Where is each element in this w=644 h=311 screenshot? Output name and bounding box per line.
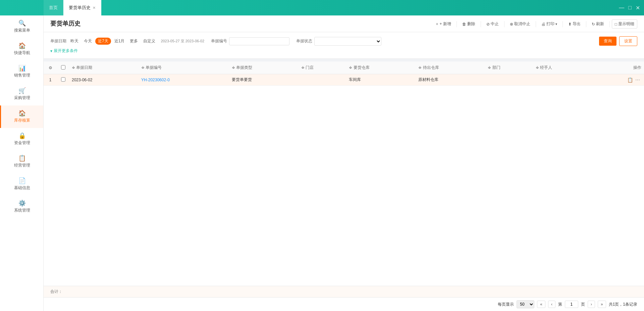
new-button[interactable]: ＋ + 新增 xyxy=(432,19,454,29)
sidebar-item-search-menu[interactable]: 🔍 搜索菜单 xyxy=(0,15,43,38)
basic-info-icon: 📄 xyxy=(18,178,26,184)
print-icon: 🖨 xyxy=(541,22,545,27)
filter-area: 单据日期 昨天 今天 近7天 近1月 更多 自定义 2023-05-27 至 2… xyxy=(44,32,644,59)
more-action-icon[interactable]: ⋯ xyxy=(635,77,640,83)
per-page-label: 每页显示 xyxy=(498,302,514,307)
select-all-checkbox[interactable] xyxy=(61,65,65,70)
row-checkbox[interactable] xyxy=(61,77,65,82)
close-tab-icon[interactable]: ✕ xyxy=(93,6,96,10)
cancel-stop-label: 取消中止 xyxy=(514,21,530,27)
doc-no-label: 单据编号 xyxy=(211,38,227,44)
divider7 xyxy=(609,21,610,27)
column-settings-icon[interactable]: ⚙ xyxy=(49,65,52,70)
row-dept xyxy=(485,74,533,86)
maximize-icon[interactable]: □ xyxy=(628,5,632,11)
next-page-button[interactable]: › xyxy=(588,301,595,308)
print-button[interactable]: 🖨 打印 ▾ xyxy=(538,19,560,29)
table-footer: 合计： xyxy=(44,286,644,297)
th-check xyxy=(57,61,69,74)
row-req-warehouse: 车间库 xyxy=(346,74,416,86)
delete-button[interactable]: 🗑 删除 xyxy=(459,19,479,29)
row-num: 1 xyxy=(44,74,57,86)
tab-order-history[interactable]: 要货单历史 ✕ xyxy=(63,0,101,15)
sidebar-label-system: 系统管理 xyxy=(14,208,30,213)
th-dept: ≑ 部门 xyxy=(485,61,533,74)
date-1month[interactable]: 近1月 xyxy=(112,38,127,45)
divider4 xyxy=(536,21,536,27)
row-doc-type: 要货单要货 xyxy=(229,74,299,86)
row-store xyxy=(299,74,346,86)
settings-button[interactable]: 设置 xyxy=(619,36,637,46)
status-select[interactable] xyxy=(314,37,381,46)
pagination: 每页显示 50 10 20 100 « ‹ 第 页 › » 共1页，1条记录 xyxy=(44,297,644,311)
sidebar: 🔍 搜索菜单 🏠 快捷导航 📊 销售管理 🛒 采购管理 🏠 库存核算 🔒 资金管… xyxy=(0,15,44,311)
page-title: 要货单历史 xyxy=(50,19,80,28)
expand-more-btn[interactable]: ▾ 展开更多条件 xyxy=(50,46,637,54)
sidebar-item-basic-info[interactable]: 📄 基础信息 xyxy=(0,173,43,195)
divider xyxy=(457,21,457,27)
sidebar-item-quick-nav[interactable]: 🏠 快捷导航 xyxy=(0,38,43,60)
delete-icon: 🗑 xyxy=(462,22,466,27)
sales-icon: 📊 xyxy=(18,65,26,71)
show-detail-button[interactable]: □ 显示明细 xyxy=(612,19,637,29)
prev-page-button[interactable]: ‹ xyxy=(548,301,555,308)
stop-button[interactable]: ⊘ 中止 xyxy=(483,19,502,29)
print-dropdown-icon: ▾ xyxy=(555,22,557,26)
doc-no-link[interactable]: YH-20230602-0 xyxy=(141,78,170,82)
date-7days[interactable]: 近7天 xyxy=(95,38,111,45)
print-label: 打印 xyxy=(546,21,554,27)
ops-icon: 📋 xyxy=(18,155,26,161)
last-page-button[interactable]: » xyxy=(598,301,606,308)
sidebar-label-search: 搜索菜单 xyxy=(14,28,30,33)
sidebar-label-quick-nav: 快捷导航 xyxy=(14,50,30,56)
date-more[interactable]: 更多 xyxy=(128,38,140,45)
page-input[interactable] xyxy=(565,301,578,308)
divider3 xyxy=(504,21,504,27)
per-page-select[interactable]: 50 10 20 100 xyxy=(517,300,534,308)
table-header-row: ⚙ ≑ 单据日期 ≑ 单据编号 ≑ 单据类型 xyxy=(44,61,644,74)
total-info: 共1页，1条记录 xyxy=(609,302,637,307)
row-pending-warehouse: 原材料仓库 xyxy=(416,74,485,86)
first-page-button[interactable]: « xyxy=(537,301,545,308)
new-icon: ＋ xyxy=(435,21,439,27)
sidebar-label-inventory: 库存核算 xyxy=(14,118,30,123)
table-row: 1 2023-06-02 YH-20230602-0 要货单要货 车间库 原材料… xyxy=(44,74,644,86)
page-header: 要货单历史 ＋ + 新增 🗑 删除 ⊘ 中止 xyxy=(44,15,644,32)
row-doc-no: YH-20230602-0 xyxy=(139,74,229,86)
th-doc-no: ≑ 单据编号 xyxy=(139,61,229,74)
tab-home[interactable]: 首页 xyxy=(44,0,63,15)
row-date: 2023-06-02 xyxy=(69,74,139,86)
date-filter-label: 单据日期 xyxy=(50,38,66,44)
status-label: 单据状态 xyxy=(296,38,312,44)
row-action: 📋 ⋯ xyxy=(592,74,644,86)
refresh-button[interactable]: ↻ 刷新 xyxy=(588,19,607,29)
sidebar-item-inventory[interactable]: 🏠 库存核算 xyxy=(0,105,43,128)
query-button[interactable]: 查询 xyxy=(599,37,616,46)
minimize-icon[interactable]: — xyxy=(619,5,624,11)
divider6 xyxy=(586,21,586,27)
date-today[interactable]: 今天 xyxy=(82,38,94,45)
export-button[interactable]: ⬆ 导出 xyxy=(565,19,584,29)
view-action-icon[interactable]: 📋 xyxy=(627,77,633,83)
doc-no-input[interactable] xyxy=(229,37,289,45)
date-filter: 单据日期 昨天 今天 近7天 近1月 更多 自定义 2023-05-27 至 2… xyxy=(50,38,204,45)
sidebar-item-system[interactable]: ⚙️ 系统管理 xyxy=(0,195,43,218)
date-custom[interactable]: 自定义 xyxy=(141,38,157,45)
window-controls: — □ ✕ xyxy=(619,0,640,15)
doc-no-filter: 单据编号 xyxy=(211,37,289,45)
close-window-icon[interactable]: ✕ xyxy=(636,5,640,11)
sidebar-item-sales[interactable]: 📊 销售管理 xyxy=(0,60,43,83)
sidebar-item-purchase[interactable]: 🛒 采购管理 xyxy=(0,83,43,105)
th-settings: ⚙ xyxy=(44,61,57,74)
home-icon: 🏠 xyxy=(18,43,26,49)
th-date: ≑ 单据日期 xyxy=(69,61,139,74)
cancel-stop-button[interactable]: ⊗ 取消中止 xyxy=(506,19,534,29)
th-store: ≑ 门店 xyxy=(299,61,346,74)
sidebar-item-finance[interactable]: 🔒 资金管理 xyxy=(0,128,43,150)
page-label: 第 xyxy=(558,302,562,307)
date-yesterday[interactable]: 昨天 xyxy=(68,38,80,45)
sidebar-item-ops[interactable]: 📋 经营管理 xyxy=(0,150,43,173)
divider5 xyxy=(562,21,563,27)
sidebar-label-finance: 资金管理 xyxy=(14,140,30,146)
sidebar-label-basic-info: 基础信息 xyxy=(14,185,30,191)
